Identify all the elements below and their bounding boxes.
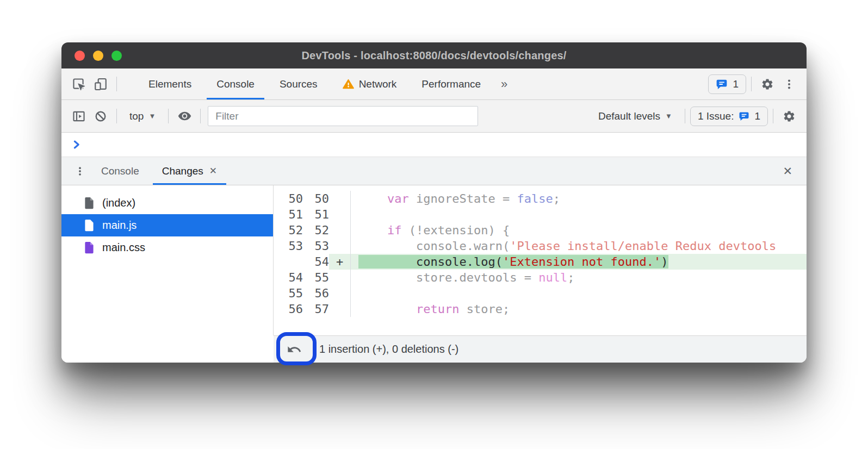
chat-bubble-icon [739,111,749,122]
toolbar-divider [751,77,752,91]
code-line: console.log('Extension not found.') [351,254,807,270]
kebab-menu-button[interactable] [778,73,800,95]
tab-sources[interactable]: Sources [267,68,330,99]
issues-count: 1 [754,110,760,122]
main-tab-strip: ElementsConsoleSourcesNetworkPerformance [136,68,493,99]
code-token: store; [459,302,510,316]
tab-console[interactable]: Console [204,68,267,99]
create-live-expression-button[interactable] [173,105,195,127]
toolbar-divider [116,109,117,123]
diff-row-54: 54+ console.log('Extension not found.') [274,254,807,270]
drawer-menu-button[interactable] [70,157,90,185]
close-drawer-button[interactable]: ✕ [777,161,798,181]
code-token [358,223,387,237]
revert-changes-button[interactable] [282,338,306,361]
drawer-tab-console[interactable]: Console [90,157,151,185]
drawer-tab-bar: Console Changes ✕ ✕ [61,157,807,185]
code-line: var ignoreState = false; [351,191,807,207]
tab-label: Network [359,78,397,90]
drawer-tab-changes[interactable]: Changes ✕ [151,157,228,185]
diff-marker [329,207,351,222]
javascript-context-dropdown[interactable]: top ▼ [122,110,163,122]
diff-marker [329,301,351,317]
file-row-index[interactable]: (index) [61,192,273,214]
undo-icon [287,342,302,357]
close-tab-icon[interactable]: ✕ [209,165,217,177]
file-name: (index) [102,197,135,209]
code-line [351,207,807,222]
footer-spacer [61,335,274,363]
line-number-after: 57 [303,301,329,317]
context-label: top [129,110,144,122]
minimize-window-button[interactable] [93,51,103,61]
diff-row-55: 5455 store.devtools = null; [274,270,807,285]
tab-label: Sources [280,78,318,90]
toolbar-divider [116,77,117,91]
diff-row-50: 5050 var ignoreState = false; [274,191,807,207]
changed-files-list: (index)main.jsmain.css [61,185,274,335]
code-token: 'Extension not found.' [503,255,661,269]
code-token: false [517,192,553,205]
code-token: var [387,192,409,205]
diff-marker: + [329,254,351,270]
warning-icon [343,79,354,89]
code-line: store.devtools = null; [351,270,807,285]
chat-badge-button[interactable]: 1 [708,74,746,94]
line-number-before: 50 [274,191,303,207]
code-token: ; [553,192,560,205]
line-number-after: 56 [303,285,329,301]
file-icon [84,241,94,254]
diff-marker [329,270,351,285]
file-row-main.js[interactable]: main.js [61,214,273,236]
console-sidebar-toggle-button[interactable] [68,105,90,127]
page: DevTools - localhost:8080/docs/devtools/… [0,0,868,449]
tab-elements[interactable]: Elements [136,68,204,99]
issues-button[interactable]: 1 Issue: 1 [690,107,768,126]
code-token: console.log( [358,255,503,269]
line-number-before [274,254,303,270]
diff-row-56: 5556 [274,285,807,301]
device-toolbar-button[interactable] [90,73,111,95]
inspect-icon [72,77,86,91]
more-tabs-button[interactable]: » [493,77,515,91]
chevron-down-icon: ▼ [665,112,672,120]
traffic-lights [75,42,122,68]
diff-row-57: 5657 return store; [274,301,807,317]
code-token: if [387,223,402,237]
toolbar-divider [200,109,201,123]
filter-input[interactable] [208,106,478,126]
diff-marker [329,191,351,207]
device-toolbar-icon [94,77,108,91]
diff-marker [329,222,351,238]
tab-network[interactable]: Network [330,68,410,99]
diff-marker [329,238,351,254]
clear-console-button[interactable] [90,105,111,127]
line-number-before: 51 [274,207,303,222]
close-window-button[interactable] [75,51,85,61]
line-number-after: 50 [303,191,329,207]
title-bar: DevTools - localhost:8080/docs/devtools/… [61,42,807,68]
log-levels-label: Default levels [598,110,660,122]
eye-icon [177,109,192,123]
kebab-menu-icon [75,166,85,177]
log-levels-dropdown[interactable]: Default levels ▼ [591,110,680,122]
diff-marker [329,285,351,301]
code-token: console.warn( [358,239,510,253]
zoom-window-button[interactable] [111,51,122,61]
console-prompt[interactable] [61,133,807,157]
file-row-main.css[interactable]: main.css [61,236,273,259]
devtools-window: DevTools - localhost:8080/docs/devtools/… [61,42,807,363]
console-settings-button[interactable] [778,105,800,127]
drawer-tab-label: Changes [162,165,203,177]
line-number-before: 55 [274,285,303,301]
settings-button[interactable] [757,73,778,95]
code-token: 'Please install/enable Redux devtools [510,239,776,253]
code-token: ; [567,271,574,284]
inspect-element-button[interactable] [68,73,90,95]
code-token: ) [661,255,668,269]
chevron-down-icon: ▼ [148,112,156,120]
diff-footer-bar: 1 insertion (+), 0 deletions (-) [274,335,807,363]
tab-performance[interactable]: Performance [409,68,493,99]
code-token: store.devtools = [358,271,538,284]
console-toolbar: top ▼ Default levels ▼ 1 I [61,100,807,133]
